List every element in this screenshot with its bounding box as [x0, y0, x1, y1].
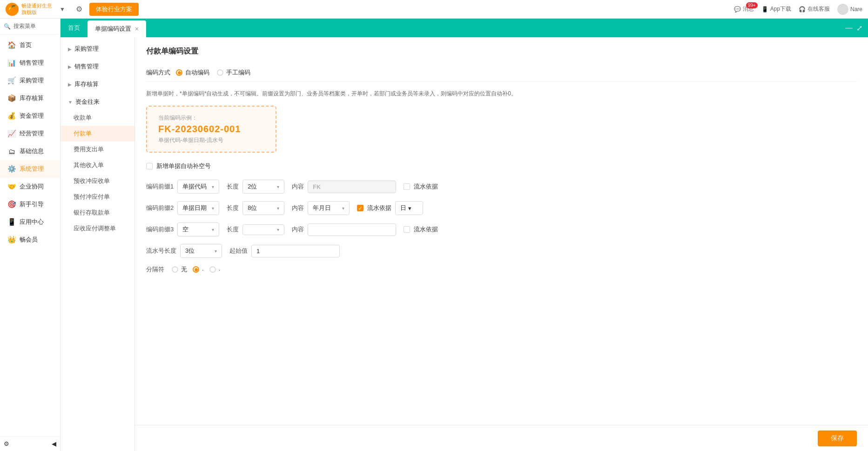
collapse-icon[interactable]: ◀ [52, 440, 56, 447]
sub-group-purchase: ▶ 采购管理 [61, 41, 135, 57]
tab-bar: 首页 单据编码设置 × — ⤢ [61, 19, 868, 37]
sidebar-item-member[interactable]: 👑 畅会员 [0, 231, 60, 249]
serial3-item: 流水依据 [404, 225, 438, 234]
content2-select[interactable]: 年月日 ▾ [308, 201, 350, 215]
length3-item: 长度 ▾ [227, 224, 284, 235]
settings-icon[interactable]: ⚙ [73, 3, 86, 16]
sub-item-prepay-collect[interactable]: 预收冲应收单 [61, 173, 135, 189]
sub-item-expense[interactable]: 费用支出单 [61, 141, 135, 157]
chevron-down-icon: ▼ [60, 6, 65, 13]
sidebar-search[interactable]: 🔍 搜索菜单 [0, 19, 60, 34]
prefix3-select[interactable]: 空 ▾ [177, 222, 219, 236]
messages-button[interactable]: 💬 消息 99+ [734, 5, 754, 13]
auto-encoding-radio[interactable]: 自动编码 [176, 68, 209, 77]
minimize-button[interactable]: — [845, 24, 853, 32]
code-preview-label: 当前编码示例： [158, 114, 264, 122]
length3-caret: ▾ [277, 227, 279, 232]
chevron-right-icon: ▶ [68, 47, 72, 52]
tab-close-icon[interactable]: × [135, 25, 139, 33]
serial1-item: 流水依据 [404, 182, 438, 191]
day-select[interactable]: 日 ▾ [395, 201, 423, 215]
sidebar-item-operations[interactable]: 📈 经营管理 [0, 125, 60, 142]
prefix3-item: 编码前缀3 空 ▾ [146, 222, 219, 236]
serial3-checkbox[interactable] [404, 226, 410, 233]
sidebar-item-sales[interactable]: 📊 销售管理 [0, 54, 60, 72]
sub-sidebar: ▶ 采购管理 ▶ 销售管理 ▶ 库存核算 ▼ 资金往来 [61, 37, 135, 451]
online-service-button[interactable]: 🎧 在线客服 [799, 5, 830, 13]
length2-select[interactable]: 8位 ▾ [242, 201, 284, 215]
manual-encoding-radio[interactable]: 手工编码 [217, 68, 250, 77]
serial-num-length-select[interactable]: 3位 ▾ [180, 244, 222, 258]
sub-group-inventory-title[interactable]: ▶ 库存核算 [61, 76, 135, 92]
separator-label: 分隔符 [146, 265, 164, 274]
sub-item-bank[interactable]: 银行存取款单 [61, 205, 135, 221]
message-icon: 💬 [734, 6, 741, 13]
tab-home[interactable]: 首页 [61, 19, 87, 37]
sidebar-item-app[interactable]: 📱 应用中心 [0, 213, 60, 231]
sidebar-item-home[interactable]: 🏠 首页 [0, 36, 60, 54]
brand: 🍊 畅捷通好生意 旗舰版 [6, 3, 52, 16]
sub-group-inventory: ▶ 库存核算 [61, 76, 135, 92]
tab-encoding-settings[interactable]: 单据编码设置 × [87, 20, 146, 37]
length1-label: 长度 [227, 182, 239, 191]
guide-icon: 🎯 [7, 200, 16, 209]
content3-input[interactable] [308, 223, 396, 236]
sidebar-item-finance[interactable]: 💰 资金管理 [0, 107, 60, 125]
page-title: 付款单编码设置 [146, 47, 857, 56]
sub-item-income[interactable]: 其他收入单 [61, 157, 135, 173]
auto-fill-checkbox[interactable] [146, 163, 153, 169]
sub-item-payment[interactable]: 付款单 [61, 126, 135, 141]
sidebar-item-purchase[interactable]: 🛒 采购管理 [0, 72, 60, 89]
content2-caret: ▾ [342, 206, 344, 211]
sidebar-item-inventory[interactable]: 📦 库存核算 [0, 89, 60, 107]
sidebar-item-guide[interactable]: 🎯 新手引导 [0, 195, 60, 213]
prefix1-label: 编码前缀1 [146, 182, 174, 191]
length3-select[interactable]: ▾ [242, 224, 284, 235]
prefix1-caret: ▾ [212, 184, 214, 189]
sub-item-prepay-pay[interactable]: 预付冲应付单 [61, 189, 135, 205]
sub-item-adjust[interactable]: 应收应付调整单 [61, 221, 135, 236]
sep-dot-circle [193, 266, 199, 273]
sep-dot-radio[interactable]: · [193, 266, 204, 273]
prefix2-select[interactable]: 单据日期 ▾ [177, 201, 219, 215]
serial1-label: 流水依据 [414, 182, 438, 191]
sub-group-sales: ▶ 销售管理 [61, 59, 135, 74]
sidebar-nav: 🏠 首页 📊 销售管理 🛒 采购管理 📦 库存核算 💰 资金管理 📈 经营管理 … [0, 34, 60, 436]
chevron-down-icon: ▼ [68, 100, 73, 105]
app-download-button[interactable]: 📱 App下载 [761, 5, 791, 13]
sep-none-radio[interactable]: 无 [172, 265, 187, 274]
length3-label: 长度 [227, 225, 239, 234]
sidebar-item-system[interactable]: ⚙️ 系统管理 [0, 160, 60, 178]
serial1-checkbox[interactable] [404, 183, 410, 190]
sidebar-item-basic[interactable]: 🗂 基础信息 [0, 142, 60, 160]
save-button[interactable]: 保存 [818, 431, 857, 446]
trial-button[interactable]: 体验行业方案 [89, 3, 139, 16]
length1-select[interactable]: 2位 ▾ [242, 180, 284, 194]
start-value-input[interactable] [251, 245, 340, 257]
code-preview-value: FK-20230602-001 [158, 124, 264, 135]
inventory-icon: 📦 [7, 94, 16, 102]
encoding-method-label: 编码方式 [146, 68, 170, 77]
length2-caret: ▾ [277, 206, 279, 211]
message-badge: 99+ [746, 2, 758, 8]
page-content: 付款单编码设置 编码方式 自动编码 [135, 37, 868, 425]
settings-bottom-icon[interactable]: ⚙ [4, 440, 9, 447]
sub-group-funds-title[interactable]: ▼ 资金往来 [61, 94, 135, 110]
prefix3-row: 编码前缀3 空 ▾ 长度 ▾ [146, 222, 857, 236]
sidebar-item-cooperation[interactable]: 🤝 企业协同 [0, 178, 60, 195]
user-profile[interactable]: Nare [837, 4, 862, 15]
sub-group-purchase-title[interactable]: ▶ 采购管理 [61, 41, 135, 57]
serial2-checkbox[interactable]: ✓ [357, 205, 363, 211]
serial-num-length-item: 流水号长度 3位 ▾ [146, 244, 222, 258]
prefix1-select[interactable]: 单据代码 ▾ [177, 180, 219, 194]
top-bar: 🍊 畅捷通好生意 旗舰版 ▼ ⚙ 体验行业方案 💬 消息 99+ 📱 App下载… [0, 0, 868, 19]
sub-item-receipt[interactable]: 收款单 [61, 110, 135, 126]
cooperation-icon: 🤝 [7, 182, 16, 191]
sub-group-sales-title[interactable]: ▶ 销售管理 [61, 59, 135, 74]
expand-button[interactable]: ⤢ [856, 24, 862, 33]
manual-radio-circle [217, 69, 223, 76]
avatar [837, 4, 848, 15]
dropdown-trigger[interactable]: ▼ [56, 4, 69, 14]
sep-dot-inner [195, 268, 198, 271]
sep-dash-radio[interactable]: · [209, 266, 221, 273]
